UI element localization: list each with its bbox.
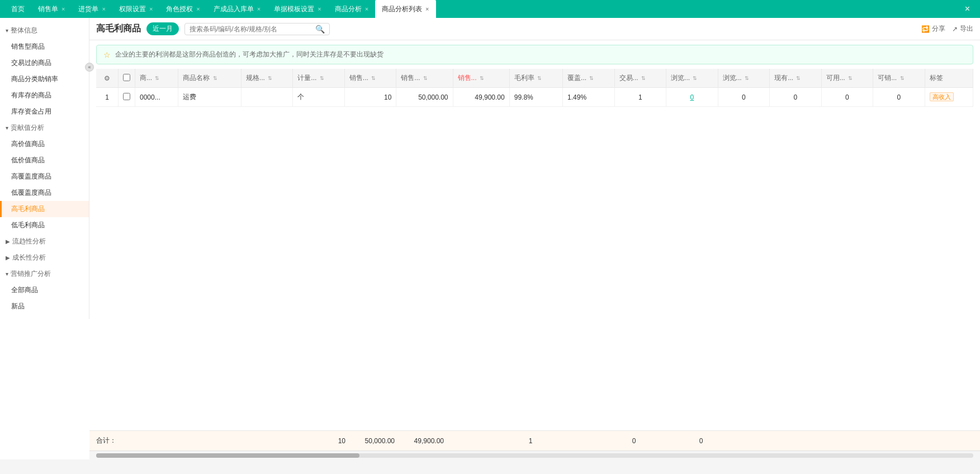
sidebar-group-trend[interactable]: ▶ 流趋性分析 [0,233,89,250]
settings-icon[interactable]: ⚙ [104,74,110,82]
th-code[interactable]: 商... ⇅ [135,69,178,88]
nav-roles[interactable]: 角色授权 × [159,0,206,18]
sort-icon: ⇅ [900,76,905,81]
close-icon[interactable]: × [102,6,105,12]
cell-sale-amount: 50,000.00 [396,88,453,107]
sidebar: ▾ 整体信息 销售型商品 交易过的商品 商品分类助销率 有库存的商品 库存资金占… [0,18,89,319]
cell-unit: 个 [293,88,345,107]
close-icon[interactable]: × [196,6,200,12]
cell-coverage: 1.49% [563,88,615,107]
sidebar-item-high-coverage[interactable]: 高覆盖度商品 [0,168,89,185]
th-sale-profit[interactable]: 销售... ⇅ [453,69,509,88]
horizontal-scrollbar-track[interactable] [96,453,973,458]
cell-available-stock: 0 [821,88,873,107]
sidebar-item-all-products[interactable]: 全部商品 [0,282,89,298]
close-icon[interactable]: × [257,6,261,12]
total-saleable-stock: 0 [684,437,718,445]
close-icon[interactable]: × [365,6,368,12]
sidebar-collapse-button[interactable]: « [85,63,94,72]
close-icon[interactable]: × [61,6,65,12]
th-saleable-stock[interactable]: 可销... ⇅ [873,69,925,88]
sidebar-group-marketing[interactable]: ▾ 营销推广分析 [0,266,89,282]
sidebar-item-in-stock[interactable]: 有库存的商品 [0,87,89,104]
nav-sales[interactable]: 销售单 × [31,0,72,18]
sort-icon: ⇅ [320,76,324,81]
sidebar-group-overall[interactable]: ▾ 整体信息 [0,22,89,39]
th-name[interactable]: 商品名称 ⇅ [178,69,242,88]
sidebar-group-growth[interactable]: ▶ 成长性分析 [0,250,89,266]
export-icon: ↗ [952,25,958,33]
arrow-down-icon: ▾ [6,27,8,34]
footer-total: 合计： 10 50,000.00 49,900.00 1 0 0 [89,430,980,450]
sort-icon: ⇅ [641,76,646,81]
cell-code: 0000... [135,88,178,107]
nav-purchase[interactable]: 进货单 × [72,0,112,18]
window-close-button[interactable]: × [959,0,976,18]
sidebar-item-sales-products[interactable]: 销售型商品 [0,39,89,55]
nav-template-settings[interactable]: 单据模板设置 × [267,0,328,18]
close-icon[interactable]: × [149,6,153,12]
sidebar-item-new-products[interactable]: 新品 [0,298,89,315]
th-available-stock[interactable]: 可用... ⇅ [821,69,873,88]
sort-icon: ⇅ [155,76,159,81]
th-unit[interactable]: 计量... ⇅ [293,69,345,88]
horizontal-scrollbar-thumb[interactable] [96,453,359,458]
th-sale-qty[interactable]: 销售... ⇅ [344,69,396,88]
cell-views1[interactable]: 0 [666,88,718,107]
close-icon[interactable]: × [318,6,321,12]
search-input[interactable] [190,25,315,33]
sidebar-item-traded-products[interactable]: 交易过的商品 [0,55,89,71]
sidebar-item-low-margin[interactable]: 低毛利商品 [0,217,89,233]
nav-product-inbound[interactable]: 产成品入库单 × [207,0,267,18]
cell-sale-qty: 10 [344,88,396,107]
nav-product-analysis-list[interactable]: 商品分析列表 × [375,0,435,18]
total-label: 合计： [96,436,130,445]
info-banner: ☆ 企业的主要的利润都是这部分商品创造的，可考虑加大推广，同时关注库存是不要出现… [96,45,973,64]
cell-current-stock: 0 [770,88,822,107]
cell-gross-margin: 99.8% [509,88,562,107]
cell-name: 运费 [178,88,242,107]
export-button[interactable]: ↗ 导出 [952,24,973,34]
sort-icon: ⇅ [848,76,853,81]
th-trade-count[interactable]: 交易... ⇅ [614,69,666,88]
th-checkbox [119,69,135,88]
sidebar-item-stock-funds[interactable]: 库存资金占用 [0,104,89,120]
main-layout: ▾ 整体信息 销售型商品 交易过的商品 商品分类助销率 有库存的商品 库存资金占… [0,18,980,459]
nav-home[interactable]: 首页 [4,0,31,18]
row-checkbox[interactable] [123,93,130,100]
th-current-stock[interactable]: 现有... ⇅ [770,69,822,88]
header-actions: 🔁 分享 ↗ 导出 [921,24,973,34]
th-views1[interactable]: 浏览... ⇅ [666,69,718,88]
cell-checkbox[interactable] [119,88,135,107]
nav-product-analysis[interactable]: 商品分析 × [328,0,375,18]
sidebar-item-low-value[interactable]: 低价值商品 [0,152,89,168]
sort-icon: ⇅ [796,76,801,81]
sort-icon: ⇅ [480,76,484,81]
data-table-wrap: ⚙ 商... ⇅ 商品名称 ⇅ [96,69,973,430]
th-tag: 标签 [925,69,973,88]
nav-permissions[interactable]: 权限设置 × [112,0,159,18]
th-sale-amount[interactable]: 销售... ⇅ [396,69,453,88]
th-spec[interactable]: 规格... ⇅ [241,69,293,88]
sidebar-item-low-coverage[interactable]: 低覆盖度商品 [0,185,89,201]
close-icon[interactable]: × [425,6,429,12]
sidebar-group-contribution[interactable]: ▾ 贡献值分析 [0,120,89,136]
th-views2[interactable]: 浏览... ⇅ [718,69,770,88]
total-sale-qty: 10 [318,437,345,445]
th-coverage[interactable]: 覆盖... ⇅ [563,69,615,88]
select-all-checkbox[interactable] [123,74,130,81]
share-button[interactable]: 🔁 分享 [921,24,945,34]
info-text: 企业的主要的利润都是这部分商品创造的，可考虑加大推广，同时关注库存是不要出现缺货 [115,50,384,59]
views1-link[interactable]: 0 [690,93,694,101]
filter-recent-month-button[interactable]: 近一月 [146,22,179,35]
sidebar-item-category-rate[interactable]: 商品分类助销率 [0,71,89,87]
sidebar-item-high-margin[interactable]: 高毛利商品 [0,201,89,217]
search-icon: 🔍 [315,25,325,34]
star-icon: ☆ [103,50,111,59]
th-gross-margin[interactable]: 毛利率 ⇅ [509,69,562,88]
total-sale-amount: 50,000.00 [350,437,395,445]
sidebar-item-high-value[interactable]: 高价值商品 [0,136,89,152]
tag-badge: 高收入 [930,92,954,101]
sort-icon: ⇅ [589,76,594,81]
sort-icon: ⇅ [537,76,542,81]
